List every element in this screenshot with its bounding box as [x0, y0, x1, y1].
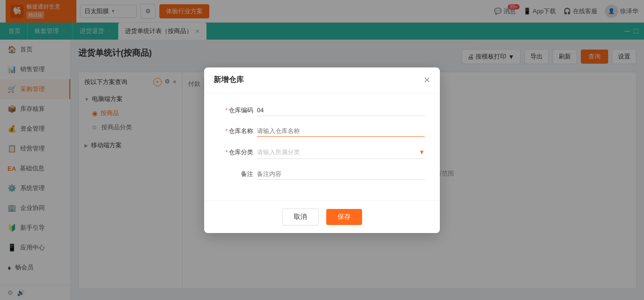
save-button[interactable]: 保存	[326, 209, 362, 225]
form-row-remark: 备注	[219, 168, 425, 180]
modal-body: *仓库编码 *仓库名称 *仓库分类 请输入所属分类 ▼	[204, 93, 440, 200]
remark-label: 备注	[219, 170, 257, 178]
new-warehouse-modal: 新增仓库 ✕ *仓库编码 *仓库名称 *仓库分类	[204, 67, 440, 233]
modal-footer: 取消 保存	[204, 200, 440, 233]
form-row-category: *仓库分类 请输入所属分类 ▼	[219, 146, 425, 159]
code-label: *仓库编码	[219, 106, 257, 115]
modal-title: 新增仓库	[214, 75, 244, 85]
warehouse-remark-input[interactable]	[257, 168, 425, 180]
category-label: *仓库分类	[219, 148, 257, 157]
cancel-button[interactable]: 取消	[282, 208, 319, 225]
category-required-mark: *	[225, 149, 228, 156]
modal-header: 新增仓库 ✕	[204, 67, 440, 93]
modal-close-icon[interactable]: ✕	[423, 75, 430, 85]
warehouse-code-input[interactable]	[257, 105, 425, 116]
warehouse-category-select[interactable]: 请输入所属分类 ▼	[257, 146, 425, 159]
category-placeholder: 请输入所属分类	[257, 148, 300, 157]
form-row-name: *仓库名称	[219, 125, 425, 137]
name-required-mark: *	[225, 127, 228, 134]
modal-overlay: 新增仓库 ✕ *仓库编码 *仓库名称 *仓库分类	[0, 0, 644, 300]
form-row-code: *仓库编码	[219, 105, 425, 116]
name-label: *仓库名称	[219, 127, 257, 135]
category-select-arrow-icon: ▼	[419, 149, 425, 156]
warehouse-name-input[interactable]	[257, 125, 425, 137]
code-required-mark: *	[225, 107, 228, 114]
